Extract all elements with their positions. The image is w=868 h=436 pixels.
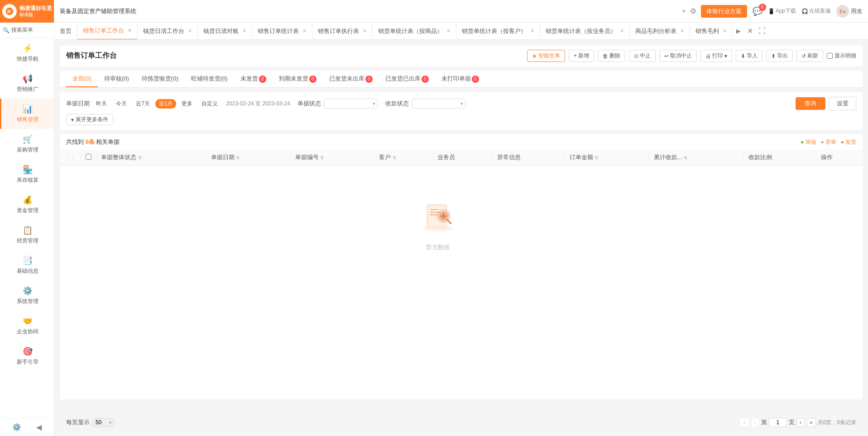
sidebar-item-basic-info[interactable]: 📑 基础信息 (0, 250, 54, 280)
refresh-button[interactable]: ↺ 刷新 (796, 50, 823, 62)
sidebar-item-quick-nav[interactable]: ⚡ 快捷导航 (0, 38, 54, 68)
sidebar-item-finance[interactable]: 💰 资金管理 (0, 190, 54, 220)
tab-gross-profit[interactable]: 商品毛利分析表 ✕ (630, 23, 690, 40)
tab-sales-workbench[interactable]: 销售订单工作台 ✕ (77, 23, 138, 40)
col-status[interactable]: 单据整体状态 ⇅ (96, 150, 206, 166)
ship-action-btn[interactable]: ● 发货 (841, 138, 856, 146)
tabs-close-all-btn[interactable]: ✕ (744, 27, 756, 35)
select-all-checkbox[interactable] (86, 154, 91, 160)
import-button[interactable]: ⬇ 导入 (736, 50, 762, 62)
tab-close-sales-summary-staff[interactable]: ✕ (620, 28, 624, 34)
tab-close-cash-reconcile[interactable]: ✕ (242, 28, 246, 34)
sidebar-item-marketing[interactable]: 📢 营销推广 (0, 68, 54, 99)
tab-home[interactable]: 首页 (54, 23, 77, 40)
tab-cash-reconcile[interactable]: 钱货日清对账 ✕ (198, 23, 252, 40)
sidebar-collapse-btn[interactable]: ◀ (36, 423, 42, 431)
industry-plan-button[interactable]: 体验行业方案 (701, 5, 747, 18)
col-collected[interactable]: 累计收款... ⇅ (649, 150, 744, 166)
tab-close-gross-profit[interactable]: ✕ (680, 28, 684, 34)
user-menu[interactable]: Ea 用友 (836, 5, 863, 18)
col-amount[interactable]: 订单金额 ⇅ (565, 150, 649, 166)
sub-tab-shipped-out[interactable]: 已发货已出库0 (379, 71, 435, 87)
filter-row: 单据日期 昨天 今天 近7天 近1月 更多 自定义 2023-02-24 至 2… (66, 97, 856, 110)
tab-close-sales-stats[interactable]: ✕ (302, 28, 307, 34)
date-btn-more[interactable]: 更多 (178, 99, 196, 109)
smart-generate-button[interactable]: ★ 智能生单 (527, 50, 565, 62)
new-button[interactable]: + 新增 (569, 50, 594, 62)
sub-tab-shipped-not-out[interactable]: 已发货未出库0 (323, 71, 379, 87)
tab-sales-stats[interactable]: 销售订单统计表 ✕ (252, 23, 312, 40)
export-button[interactable]: ⬆ 导出 (766, 50, 793, 62)
horizontal-scrollbar[interactable] (60, 404, 863, 409)
tab-sales-exec[interactable]: 销售订单执行表 ✕ (312, 23, 373, 40)
page-header: 销售订单工作台 ★ 智能生单 + 新增 🗑 删除 ⊙ 中止 ↩ 取消中止 (60, 45, 863, 66)
payment-select[interactable] (412, 99, 466, 109)
date-btn-today[interactable]: 今天 (112, 99, 130, 109)
col-date[interactable]: 单据日期 ⇅ (206, 150, 290, 166)
next-page-btn[interactable]: › (796, 418, 805, 427)
tab-close-sales-exec[interactable]: ✕ (363, 28, 367, 34)
sales-workbench-tab-label: 销售订单工作台 (83, 27, 124, 35)
col-customer[interactable]: 客户 ⇅ (374, 150, 433, 166)
tab-close-cash-daily[interactable]: ✕ (188, 28, 192, 34)
home-tab-label: 首页 (60, 27, 72, 35)
sidebar-settings-btn[interactable]: ⚙️ (12, 423, 21, 431)
col-checkbox[interactable] (81, 150, 96, 166)
expand-filter-button[interactable]: ▾ 展开更多条件 (66, 114, 113, 125)
delete-button[interactable]: 🗑 删除 (598, 50, 625, 62)
tab-cash-daily[interactable]: 钱货日清工作台 ✕ (138, 23, 198, 40)
show-detail-checkbox[interactable]: 显示明细 (827, 52, 856, 60)
sidebar-footer: ⚙️ ◀ (0, 418, 54, 436)
dropdown-icon[interactable]: ▾ (682, 8, 686, 14)
stop-button[interactable]: ⊙ 中止 (629, 50, 656, 62)
sub-tab-not-printed[interactable]: 未打印单据0 (435, 71, 485, 87)
sub-tab-all[interactable]: 全部(0) (66, 71, 98, 87)
cash-reconcile-tab-label: 钱货日清对账 (203, 27, 239, 35)
query-button[interactable]: 查询 (796, 97, 825, 110)
online-service-btn[interactable]: 🎧 在线客服 (801, 7, 831, 15)
app-download-btn[interactable]: 📱 App下载 (768, 7, 796, 15)
sidebar-item-purchase[interactable]: 🛒 采购管理 (0, 129, 54, 159)
sidebar-item-inventory[interactable]: 🏪 库存核算 (0, 159, 54, 190)
sub-tab-wangpu-pending[interactable]: 旺铺待发货(0) (185, 71, 234, 87)
sidebar-item-operations[interactable]: 📋 经营管理 (0, 220, 54, 250)
sub-tab-not-shipped[interactable]: 未发货0 (234, 71, 273, 87)
page-number-input[interactable] (769, 418, 787, 427)
sidebar-item-sales[interactable]: 📊 销售管理 (0, 99, 54, 129)
sidebar-item-guide[interactable]: 🎯 新手引导 (0, 341, 54, 371)
tab-close-sales-profit[interactable]: ✕ (723, 28, 727, 34)
tab-close-sales-workbench[interactable]: ✕ (128, 28, 132, 33)
sidebar-item-enterprise[interactable]: 🤝 企业协同 (0, 311, 54, 341)
tab-sales-summary-customer[interactable]: 销货单统计表（按客户） ✕ (456, 23, 540, 40)
tabs-more-btn[interactable]: ▶ (733, 28, 744, 34)
review-action-btn[interactable]: ● 审核 (801, 138, 816, 146)
last-page-btn[interactable]: » (806, 418, 816, 427)
setting-button[interactable]: 设置 (829, 97, 856, 110)
tab-close-sales-summary-product[interactable]: ✕ (446, 28, 451, 34)
tab-sales-profit[interactable]: 销售毛利 ✕ (690, 23, 733, 40)
tabs-fullscreen-btn[interactable]: ⛶ (756, 27, 768, 35)
prev-page-btn[interactable]: ‹ (751, 418, 759, 427)
print-button[interactable]: 🖨 打印 ▾ (700, 50, 732, 62)
date-btn-1month[interactable]: 近1月 (155, 99, 177, 109)
col-number[interactable]: 单据编号 ⇅ (290, 150, 374, 166)
show-detail-input[interactable] (827, 53, 833, 59)
first-page-btn[interactable]: « (740, 418, 749, 427)
date-btn-custom[interactable]: 自定义 (198, 99, 221, 109)
sub-tab-overdue-not-shipped[interactable]: 到期未发货0 (273, 71, 323, 87)
date-btn-yesterday[interactable]: 昨天 (92, 99, 110, 109)
sidebar-search[interactable]: 🔍 搜索菜单 (0, 23, 54, 38)
sub-tab-pending-review[interactable]: 待审核(0) (98, 71, 135, 87)
cancel-stop-button[interactable]: ↩ 取消中止 (659, 50, 697, 62)
cancel-review-action-btn[interactable]: ● 弃审 (821, 138, 836, 146)
date-btn-7days[interactable]: 近7天 (132, 99, 153, 109)
tab-sales-summary-staff[interactable]: 销货单统计表（按业务员） ✕ (540, 23, 630, 40)
settings-icon[interactable]: ⚙ (690, 7, 696, 15)
sub-tab-pending-inspect[interactable]: 待拣货验货(0) (135, 71, 185, 87)
status-select[interactable] (324, 99, 378, 109)
message-badge[interactable]: 💬 6 (753, 6, 762, 16)
page-size-select[interactable]: 10 20 50 100 (92, 418, 115, 427)
sidebar-item-system[interactable]: ⚙️ 系统管理 (0, 280, 54, 311)
tab-close-sales-summary-customer[interactable]: ✕ (530, 28, 534, 34)
tab-sales-summary-product[interactable]: 销货单统计表（按商品） ✕ (373, 23, 456, 40)
